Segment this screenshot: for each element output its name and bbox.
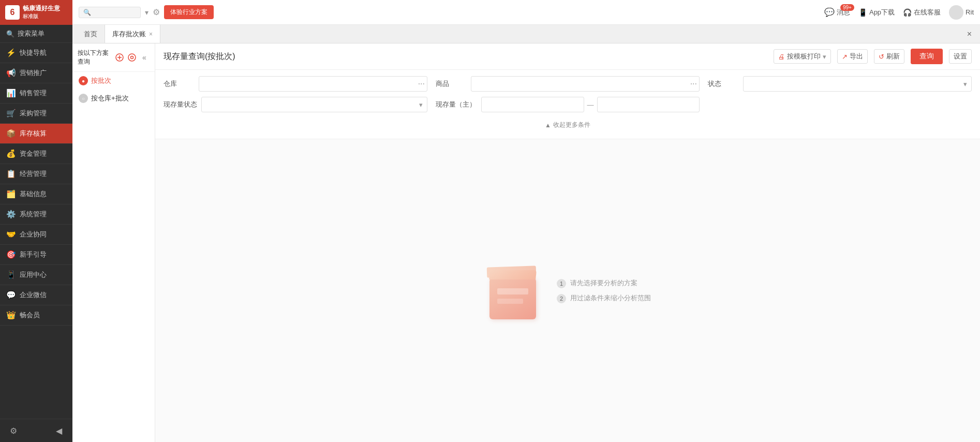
sidebar-item-wechat[interactable]: 💬 企业微信 bbox=[0, 285, 72, 305]
refresh-btn[interactable]: ↺ 刷新 bbox=[874, 49, 904, 64]
topbar-dropdown-icon[interactable]: ▾ bbox=[145, 8, 149, 17]
scheme-item-by-warehouse-batch[interactable]: ○ 按仓库+批次 bbox=[72, 90, 155, 107]
hint-num-1: 1 bbox=[557, 279, 566, 288]
scheme-inactive-icon: ○ bbox=[79, 94, 88, 103]
warehouse-more-icon[interactable]: ··· bbox=[416, 78, 427, 90]
tab-home[interactable]: 首页 bbox=[77, 25, 105, 43]
sidebar-item-inventory[interactable]: 📦 库存核算 bbox=[0, 124, 72, 144]
left-panel: 按以下方案查询 « ● 按批次 ○ 按仓库+批次 bbox=[72, 43, 155, 442]
app-title-block: 畅康通好生意 标准版 bbox=[23, 5, 60, 20]
inventory-status-select[interactable]: ▾ bbox=[201, 97, 427, 112]
sidebar-item-operation[interactable]: 📋 经营管理 bbox=[0, 164, 72, 184]
goods-input[interactable] bbox=[471, 77, 688, 91]
topbar-search-input[interactable] bbox=[93, 9, 135, 16]
print-dropdown-icon[interactable]: ▾ bbox=[823, 53, 826, 61]
qty-from-input[interactable] bbox=[481, 97, 584, 112]
sidebar-footer: ⚙ ◀ bbox=[0, 419, 72, 442]
sidebar-item-label: 库存核算 bbox=[20, 129, 47, 138]
left-panel-collapse-button[interactable]: « bbox=[139, 52, 150, 63]
filter-row-1: 仓库 ··· 商品 ··· 状态 bbox=[164, 76, 972, 92]
tab-close-icon[interactable]: × bbox=[149, 31, 153, 38]
collapse-label: 收起更多条件 bbox=[553, 121, 590, 129]
user-info[interactable]: Rit bbox=[949, 5, 974, 20]
app-download-label: App下载 bbox=[869, 8, 895, 17]
empty-hint-2: 2 用过滤条件来缩小分析范围 bbox=[557, 293, 651, 303]
left-panel-title: 按以下方案查询 bbox=[78, 49, 114, 66]
left-panel-settings-button[interactable] bbox=[127, 52, 137, 63]
inventory-status-label: 现存量状态 bbox=[164, 100, 197, 109]
member-icon: 👑 bbox=[6, 311, 16, 320]
tab-panel-close-button[interactable]: × bbox=[963, 30, 976, 39]
inventory-qty-field: 现存量（主） — bbox=[436, 97, 700, 112]
topbar-settings-icon[interactable]: ⚙ bbox=[153, 7, 160, 17]
page-actions: 🖨 按模板打印 ▾ ↗ 导出 ↺ 刷新 查询 设置 bbox=[774, 49, 972, 64]
hint-text-2: 用过滤条件来缩小分析范围 bbox=[570, 293, 651, 303]
settings-btn[interactable]: 设置 bbox=[949, 49, 972, 64]
scheme-by-warehouse-batch-label: 按仓库+批次 bbox=[91, 94, 129, 103]
hint-text-1: 请先选择要分析的方案 bbox=[570, 278, 637, 288]
sidebar-item-system[interactable]: ⚙️ 系统管理 bbox=[0, 204, 72, 225]
warehouse-input[interactable] bbox=[199, 77, 416, 91]
enterprise-icon: 🤝 bbox=[6, 230, 16, 239]
inventory-status-dropdown-icon: ▾ bbox=[419, 101, 423, 109]
export-btn[interactable]: ↗ 导出 bbox=[837, 49, 868, 64]
goods-more-icon[interactable]: ··· bbox=[688, 78, 699, 90]
online-service-item[interactable]: 🎧 在线客服 bbox=[903, 8, 941, 17]
topbar-search-box[interactable]: 🔍 bbox=[79, 7, 141, 18]
messages-item[interactable]: 💬 消息 99+ bbox=[824, 7, 850, 17]
collapse-up-icon: ▲ bbox=[545, 122, 551, 129]
sidebar-item-marketing[interactable]: 📢 营销推广 bbox=[0, 63, 72, 83]
phone-icon: 📱 bbox=[858, 8, 867, 17]
status-select[interactable]: ▾ bbox=[743, 76, 972, 92]
sidebar-item-purchase[interactable]: 🛒 采购管理 bbox=[0, 104, 72, 124]
page-title: 现存量查询(按批次) bbox=[164, 51, 235, 62]
qty-to-input[interactable] bbox=[597, 97, 700, 112]
sidebar-item-basic[interactable]: 🗂️ 基础信息 bbox=[0, 184, 72, 204]
svg-point-4 bbox=[131, 56, 133, 59]
collapse-more-conditions-btn[interactable]: ▲ 收起更多条件 bbox=[164, 117, 972, 132]
query-btn[interactable]: 查询 bbox=[911, 49, 943, 64]
sidebar-header: 6 畅康通好生意 标准版 bbox=[0, 0, 72, 25]
inventory-status-field: 现存量状态 ▾ bbox=[164, 97, 427, 112]
sidebar-item-finance[interactable]: 💰 资金管理 bbox=[0, 144, 72, 164]
content-area: 按以下方案查询 « ● 按批次 ○ 按仓库+批次 bbox=[72, 43, 980, 442]
sidebar-item-sales[interactable]: 📊 销售管理 bbox=[0, 83, 72, 104]
topbar-left: 🔍 ▾ ⚙ 体验行业方案 bbox=[79, 5, 819, 19]
warehouse-input-group[interactable]: ··· bbox=[199, 76, 427, 92]
sidebar-search[interactable]: 🔍 搜索菜单 bbox=[0, 25, 72, 43]
sidebar-settings-button[interactable]: ⚙ bbox=[6, 423, 21, 438]
sidebar: 6 畅康通好生意 标准版 🔍 搜索菜单 ⚡ 快捷导航 📢 营销推广 📊 销售管理… bbox=[0, 0, 72, 442]
sidebar-item-quick-nav[interactable]: ⚡ 快捷导航 bbox=[0, 43, 72, 63]
sidebar-item-label: 应用中心 bbox=[20, 270, 47, 279]
filter-area: 仓库 ··· 商品 ··· 状态 bbox=[155, 70, 980, 139]
tab-active-label: 库存批次账 bbox=[112, 30, 146, 39]
finance-icon: 💰 bbox=[6, 149, 16, 158]
sidebar-item-label: 基础信息 bbox=[20, 189, 47, 199]
sidebar-item-enterprise[interactable]: 🤝 企业协同 bbox=[0, 225, 72, 245]
sidebar-item-label: 畅会员 bbox=[20, 311, 40, 320]
refresh-label: 刷新 bbox=[886, 52, 900, 61]
range-dash: — bbox=[587, 101, 594, 109]
print-label: 按模板打印 bbox=[787, 52, 821, 61]
goods-input-group[interactable]: ··· bbox=[471, 76, 700, 92]
experience-btn[interactable]: 体验行业方案 bbox=[164, 5, 214, 19]
headset-icon: 🎧 bbox=[903, 8, 912, 17]
export-label: 导出 bbox=[850, 52, 863, 61]
scheme-by-batch-label: 按批次 bbox=[91, 76, 111, 85]
sidebar-collapse-button[interactable]: ◀ bbox=[52, 423, 66, 438]
app-download-item[interactable]: 📱 App下载 bbox=[858, 8, 895, 17]
left-panel-header: 按以下方案查询 « bbox=[72, 43, 155, 72]
hint-num-2: 2 bbox=[557, 294, 566, 303]
sidebar-item-member[interactable]: 👑 畅会员 bbox=[0, 305, 72, 326]
tab-inventory-batch[interactable]: 库存批次账 × bbox=[105, 25, 160, 43]
message-icon: 💬 bbox=[824, 7, 835, 17]
sidebar-item-guide[interactable]: 🎯 新手引导 bbox=[0, 245, 72, 265]
main-content: 🔍 ▾ ⚙ 体验行业方案 💬 消息 99+ 📱 App下载 🎧 在线客服 bbox=[72, 0, 980, 442]
sidebar-item-label: 采购管理 bbox=[20, 109, 47, 118]
sidebar-item-label: 企业协同 bbox=[20, 230, 47, 239]
scheme-item-by-batch[interactable]: ● 按批次 bbox=[72, 72, 155, 90]
system-icon: ⚙️ bbox=[6, 210, 16, 219]
left-panel-add-button[interactable] bbox=[114, 52, 125, 63]
print-btn[interactable]: 🖨 按模板打印 ▾ bbox=[774, 49, 831, 64]
sidebar-item-app-center[interactable]: 📱 应用中心 bbox=[0, 265, 72, 285]
